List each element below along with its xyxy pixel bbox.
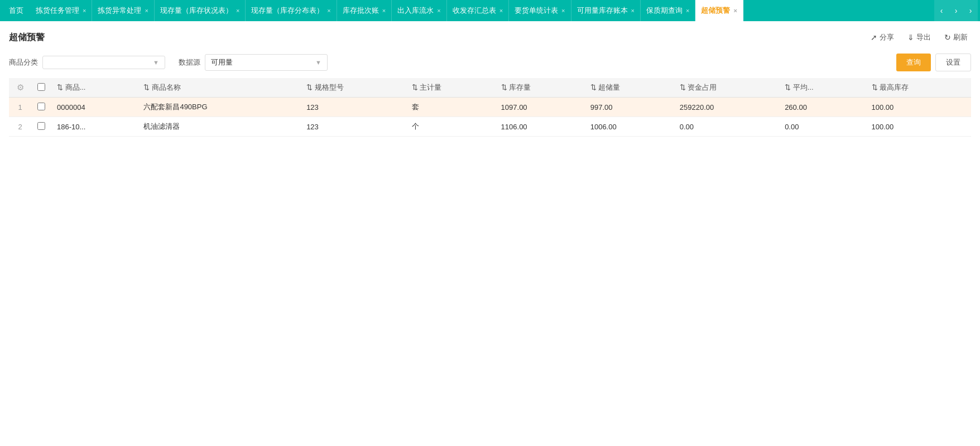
table-row: 1 0000004 六配套新昌490BPG 123 套 1097.00 997.… [9,98,971,117]
page-title: 超储预警 [9,32,45,43]
nav-prev-btn[interactable]: ‹ [934,0,949,21]
datasource-label: 数据源 [179,57,200,67]
cell-stock: 1106.00 [496,117,585,137]
nav-arrows: ‹ › › [934,0,978,21]
nav-tab-4[interactable]: 库存批次账 × [337,0,392,21]
close-tab-9[interactable]: × [686,7,689,14]
close-tab-5[interactable]: × [437,7,440,14]
refresh-button[interactable]: ↻ 刷新 [941,30,971,45]
close-tab-3[interactable]: × [327,7,330,14]
close-tab-2[interactable]: × [236,7,239,14]
cell-product-code: 186-10... [51,117,138,137]
nav-tab-6[interactable]: 收发存汇总表 × [447,0,509,21]
nav-tab-7[interactable]: 要货单统计表 × [509,0,571,21]
refresh-icon: ↻ [944,33,951,42]
column-settings-icon[interactable]: ⚙ [17,83,24,92]
col-header-stock[interactable]: ⇅ 库存量 [496,78,585,98]
close-tab-1[interactable]: × [145,7,148,14]
chevron-down-icon: ▼ [153,59,159,66]
export-icon: ⇓ [907,33,914,42]
nav-tab-0[interactable]: 拣货任务管理 × [30,0,92,21]
cell-capital: 0.00 [674,117,779,137]
col-header-spec[interactable]: ⇅ 规格型号 [301,78,406,98]
nav-home[interactable]: 首页 [2,6,30,16]
cell-spec: 123 [301,117,406,137]
settings-button[interactable]: 设置 [935,54,971,71]
datasource-value: 可用量 [211,57,233,67]
cell-max-stock: 100.00 [866,98,971,117]
col-header-max-stock[interactable]: ⇅ 最高库存 [866,78,971,98]
nav-next-btn[interactable]: › [949,0,963,21]
cell-spec: 123 [301,98,406,117]
cell-overstock: 997.00 [585,98,674,117]
action-buttons: 查询 设置 [896,54,971,71]
share-button[interactable]: ➚ 分享 [867,30,897,45]
top-nav: 首页 拣货任务管理 × 拣货异常处理 × 现存量（库存状况表） × 现存量（库存… [0,0,980,21]
col-header-settings: ⚙ [9,78,31,98]
row-index: 1 [9,98,31,117]
cell-max-stock: 100.00 [866,117,971,137]
table-wrapper: ⚙ ⇅ 商品... ⇅ 商品名称 ⇅ 规格型号 [9,78,971,137]
close-tab-7[interactable]: × [561,7,565,14]
row-checkbox-cell [31,117,51,137]
product-category-filter: 商品分类 ▼ [9,56,165,69]
filter-row: 商品分类 ▼ 数据源 可用量 ▼ 查询 设置 [9,54,971,71]
cell-capital: 259220.00 [674,98,779,117]
share-icon: ➚ [871,33,877,42]
nav-tab-1[interactable]: 拣货异常处理 × [92,0,154,21]
nav-tab-8[interactable]: 可用量库存账本 × [571,0,641,21]
row-checkbox-cell [31,98,51,117]
row-checkbox[interactable] [37,122,45,130]
close-tab-4[interactable]: × [382,7,386,14]
cell-overstock: 1006.00 [585,117,674,137]
cell-product-name: 机油滤清器 [138,117,301,137]
row-index: 2 [9,117,31,137]
table-header-row: ⚙ ⇅ 商品... ⇅ 商品名称 ⇅ 规格型号 [9,78,971,98]
row-checkbox[interactable] [37,103,45,110]
table-row: 2 186-10... 机油滤清器 123 个 1106.00 1006.00 … [9,117,971,137]
page-header: 超储预警 ➚ 分享 ⇓ 导出 ↻ 刷新 [9,30,971,45]
cell-avg: 0.00 [779,117,866,137]
col-header-product-code[interactable]: ⇅ 商品... [51,78,138,98]
nav-more-btn[interactable]: › [963,0,978,21]
datasource-filter: 数据源 可用量 ▼ [179,54,328,71]
query-button[interactable]: 查询 [896,54,931,71]
cell-unit: 个 [406,117,496,137]
close-tab-8[interactable]: × [631,7,635,14]
cell-product-name: 六配套新昌490BPG [138,98,301,117]
close-tab-6[interactable]: × [499,7,503,14]
nav-tab-10[interactable]: 超储预警 × [695,0,743,21]
page-container: 超储预警 ➚ 分享 ⇓ 导出 ↻ 刷新 商品分类 ▼ 数据源 [0,21,980,446]
col-header-check [31,78,51,98]
nav-tab-9[interactable]: 保质期查询 × [641,0,695,21]
cell-product-code: 0000004 [51,98,138,117]
datasource-select[interactable]: 可用量 ▼ [205,54,328,71]
cell-stock: 1097.00 [496,98,585,117]
col-header-avg[interactable]: ⇅ 平均... [779,78,866,98]
export-button[interactable]: ⇓ 导出 [904,30,934,45]
data-table: ⚙ ⇅ 商品... ⇅ 商品名称 ⇅ 规格型号 [9,78,971,137]
cell-avg: 260.00 [779,98,866,117]
col-header-overstock[interactable]: ⇅ 超储量 [585,78,674,98]
header-actions: ➚ 分享 ⇓ 导出 ↻ 刷新 [867,30,971,45]
col-header-unit[interactable]: ⇅ 主计量 [406,78,496,98]
product-category-label: 商品分类 [9,57,38,67]
select-all-checkbox[interactable] [37,83,45,91]
col-header-capital[interactable]: ⇅ 资金占用 [674,78,779,98]
close-tab-0[interactable]: × [83,7,86,14]
close-tab-10[interactable]: × [733,7,737,14]
nav-tab-5[interactable]: 出入库流水 × [392,0,446,21]
col-header-product-name[interactable]: ⇅ 商品名称 [138,78,301,98]
product-category-select[interactable]: ▼ [42,56,165,69]
nav-tab-3[interactable]: 现存量（库存分布表） × [246,0,337,21]
chevron-down-icon-2: ▼ [315,59,321,66]
cell-unit: 套 [406,98,496,117]
nav-tab-2[interactable]: 现存量（库存状况表） × [155,0,246,21]
